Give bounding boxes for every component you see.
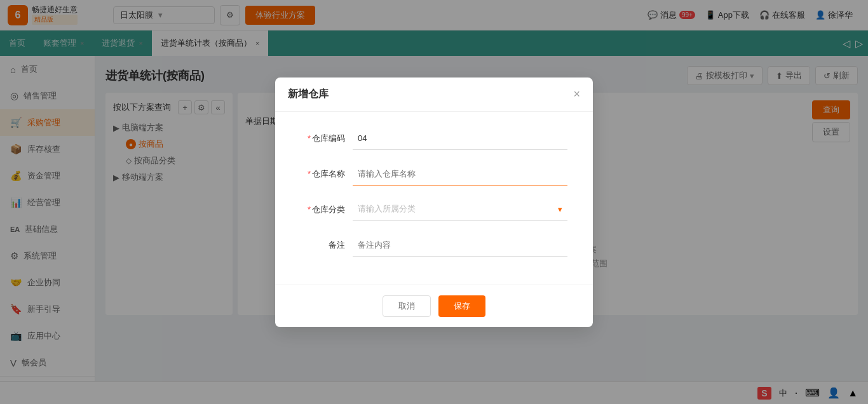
form-row-name: *仓库名称: [301, 163, 567, 185]
name-label: *仓库名称: [301, 168, 345, 180]
form-row-code: *仓库编码: [301, 127, 567, 150]
form-row-note: 备注: [301, 234, 567, 257]
note-label: 备注: [301, 239, 345, 251]
note-input[interactable]: [353, 234, 567, 257]
modal-close-button[interactable]: ×: [573, 88, 580, 101]
modal-overlay: 新增仓库 × *仓库编码 *仓库名称 *仓库分类: [0, 0, 868, 404]
modal-header: 新增仓库 ×: [275, 77, 593, 112]
code-input[interactable]: [353, 127, 567, 150]
modal-body: *仓库编码 *仓库名称 *仓库分类 请输入所属分类 ▾: [275, 112, 593, 285]
category-placeholder: 请输入所属分类: [358, 203, 416, 215]
save-button[interactable]: 保存: [438, 295, 485, 317]
cancel-button[interactable]: 取消: [383, 295, 431, 317]
modal-title: 新增仓库: [288, 88, 329, 101]
category-select[interactable]: 请输入所属分类 ▾: [353, 198, 567, 221]
modal-footer: 取消 保存: [275, 285, 593, 327]
code-label: *仓库编码: [301, 133, 345, 144]
category-dropdown-icon: ▾: [558, 205, 562, 214]
add-warehouse-modal: 新增仓库 × *仓库编码 *仓库名称 *仓库分类: [275, 77, 593, 327]
name-input[interactable]: [353, 163, 567, 185]
form-row-category: *仓库分类 请输入所属分类 ▾: [301, 198, 567, 221]
category-field-label: *仓库分类: [301, 204, 345, 215]
